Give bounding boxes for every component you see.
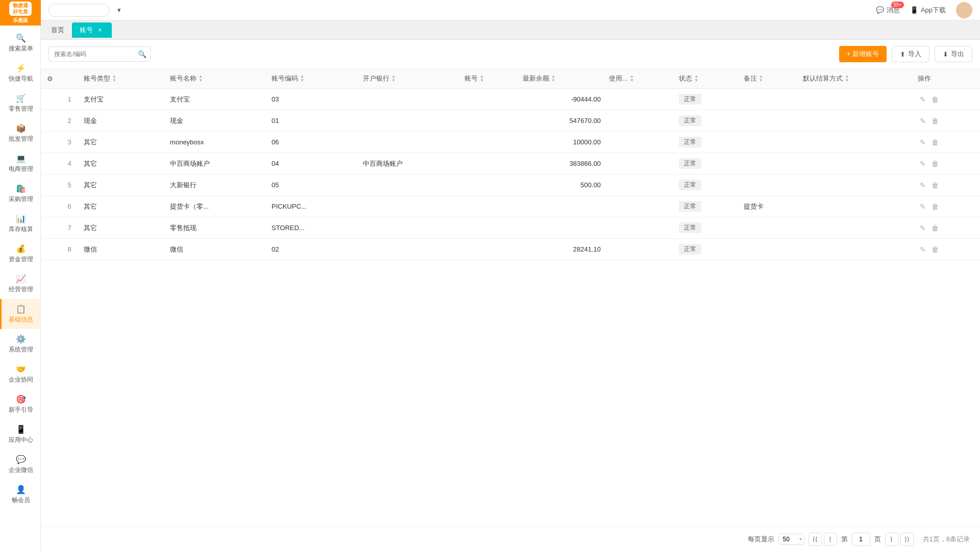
delete-button[interactable]: 🗑: [929, 159, 941, 169]
sidebar-item-basic-info[interactable]: 📋基础信息: [0, 299, 40, 329]
tab-close-accounts[interactable]: ×: [96, 26, 104, 34]
notification-button[interactable]: 💬 消息 99+: [876, 6, 900, 15]
edit-button[interactable]: ✎: [918, 137, 928, 147]
delete-button[interactable]: 🗑: [929, 116, 941, 126]
page-suffix: 页: [874, 535, 881, 544]
maximize-button[interactable]: ⤢: [963, 43, 975, 55]
tab-accounts[interactable]: 账号×: [72, 22, 112, 38]
sidebar-item-purchase-mgmt[interactable]: 🛍️采购管理: [0, 179, 40, 209]
row-balance: [519, 217, 605, 239]
delete-button[interactable]: 🗑: [929, 94, 941, 105]
col-type[interactable]: 账号类型▲▼: [80, 69, 166, 89]
delete-button[interactable]: 🗑: [929, 137, 941, 147]
row-remark: [740, 110, 799, 132]
row-account: [460, 239, 519, 260]
sidebar-item-label: 应用中心: [9, 436, 33, 444]
row-remark: [740, 239, 799, 260]
sidebar-item-search-menu[interactable]: 🔍搜索菜单: [0, 28, 40, 58]
delete-button[interactable]: 🗑: [929, 244, 941, 255]
edit-button[interactable]: ✎: [918, 180, 928, 190]
delete-button[interactable]: 🗑: [929, 223, 941, 233]
tab-home[interactable]: 首页: [43, 22, 72, 38]
sidebar-item-newbie-guide[interactable]: 🎯新手引导: [0, 389, 40, 419]
wholesale-mgmt-icon: 📦: [16, 123, 26, 133]
col-status-label: 状态: [679, 74, 692, 83]
avatar[interactable]: [956, 2, 972, 18]
row-gear: [41, 153, 59, 174]
row-action: ✎ 🗑: [914, 132, 980, 153]
import-label: 导入: [908, 49, 921, 59]
row-status: 正常: [675, 132, 740, 153]
row-account: [460, 110, 519, 132]
next-page-button[interactable]: ⟩: [885, 533, 898, 546]
row-status: 正常: [675, 153, 740, 174]
prev-page-button[interactable]: ⟨: [824, 533, 837, 546]
edit-button[interactable]: ✎: [918, 244, 928, 255]
sidebar-item-quick-nav[interactable]: ⚡快捷导航: [0, 58, 40, 88]
row-bank: [359, 217, 460, 239]
delete-button[interactable]: 🗑: [929, 202, 941, 212]
page-number-input[interactable]: [852, 533, 870, 546]
col-balance[interactable]: 最新余额▲▼: [519, 69, 605, 89]
sidebar-item-app-center[interactable]: 📱应用中心: [0, 419, 40, 449]
delete-button[interactable]: 🗑: [929, 180, 941, 190]
sidebar-item-label: 资金管理: [9, 255, 33, 264]
app-download-button[interactable]: 📱 App下载: [910, 6, 946, 15]
row-status: 正常: [675, 110, 740, 132]
col-default-payment[interactable]: 默认结算方式▲▼: [799, 69, 913, 89]
close-tab-button[interactable]: ✕: [948, 43, 961, 55]
edit-button[interactable]: ✎: [918, 223, 928, 233]
header-dropdown[interactable]: ▾: [117, 6, 121, 14]
sidebar-item-member[interactable]: 👤畅会员: [0, 480, 40, 510]
sidebar-item-ecommerce-mgmt[interactable]: 💻电商管理: [0, 148, 40, 179]
edit-button[interactable]: ✎: [918, 202, 928, 212]
sidebar-item-ops-mgmt[interactable]: 📈经营管理: [0, 269, 40, 299]
row-action: ✎ 🗑: [914, 89, 980, 110]
row-account: [460, 217, 519, 239]
sidebar-item-finance-mgmt[interactable]: 💰资金管理: [0, 239, 40, 269]
row-code: STORED...: [267, 217, 359, 239]
row-account: [460, 89, 519, 110]
row-default-payment: [799, 217, 913, 239]
sidebar-item-enterprise-wechat[interactable]: 💬企业微信: [0, 449, 40, 480]
col-remark[interactable]: 备注▲▼: [740, 69, 799, 89]
row-account: [460, 153, 519, 174]
search-icon[interactable]: 🔍: [138, 50, 146, 58]
page-size-select[interactable]: 102050100: [778, 534, 804, 545]
top-search-input[interactable]: [48, 4, 110, 17]
sidebar-item-label: 企业协同: [9, 375, 33, 384]
row-type: 其它: [80, 196, 166, 217]
header-left: ▾: [48, 4, 121, 17]
row-remark: 提货卡: [740, 196, 799, 217]
import-button[interactable]: ⬆ 导入: [892, 46, 929, 62]
first-page-button[interactable]: ⟨⟨: [808, 533, 822, 546]
edit-button[interactable]: ✎: [918, 159, 928, 169]
sidebar-item-wholesale-mgmt[interactable]: 📦批发管理: [0, 118, 40, 148]
row-name: 微信: [166, 239, 267, 260]
col-code[interactable]: 账号编码▲▼: [267, 69, 359, 89]
sidebar-item-enterprise-agreement[interactable]: 🤝企业协同: [0, 359, 40, 389]
row-usage: [605, 217, 675, 239]
last-page-button[interactable]: ⟩⟩: [900, 533, 914, 546]
row-type: 支付宝: [80, 89, 166, 110]
row-name: 现金: [166, 110, 267, 132]
col-name[interactable]: 账号名称▲▼: [166, 69, 267, 89]
col-bank[interactable]: 开户银行▲▼: [359, 69, 460, 89]
col-account[interactable]: 账号▲▼: [460, 69, 519, 89]
col-usage[interactable]: 使用...▲▼: [605, 69, 675, 89]
table-row: 7 其它 零售抵现 STORED... 正常 ✎ 🗑: [41, 217, 980, 239]
sidebar-item-retail-mgmt[interactable]: 🛒零售管理: [0, 88, 40, 118]
edit-button[interactable]: ✎: [918, 116, 928, 126]
search-input[interactable]: [48, 46, 151, 62]
row-default-payment: [799, 153, 913, 174]
col-gear[interactable]: ⚙: [41, 69, 59, 89]
table-row: 1 支付宝 支付宝 03 -90444.00 正常 ✎ 🗑: [41, 89, 980, 110]
row-remark: [740, 217, 799, 239]
sidebar-item-sys-mgmt[interactable]: ⚙️系统管理: [0, 329, 40, 359]
add-account-button[interactable]: + 新增账号: [839, 46, 887, 62]
row-default-payment: [799, 174, 913, 196]
sidebar-item-inventory[interactable]: 📊库存核算: [0, 209, 40, 239]
edit-button[interactable]: ✎: [918, 94, 928, 105]
col-status[interactable]: 状态▲▼: [675, 69, 740, 89]
row-type: 其它: [80, 174, 166, 196]
